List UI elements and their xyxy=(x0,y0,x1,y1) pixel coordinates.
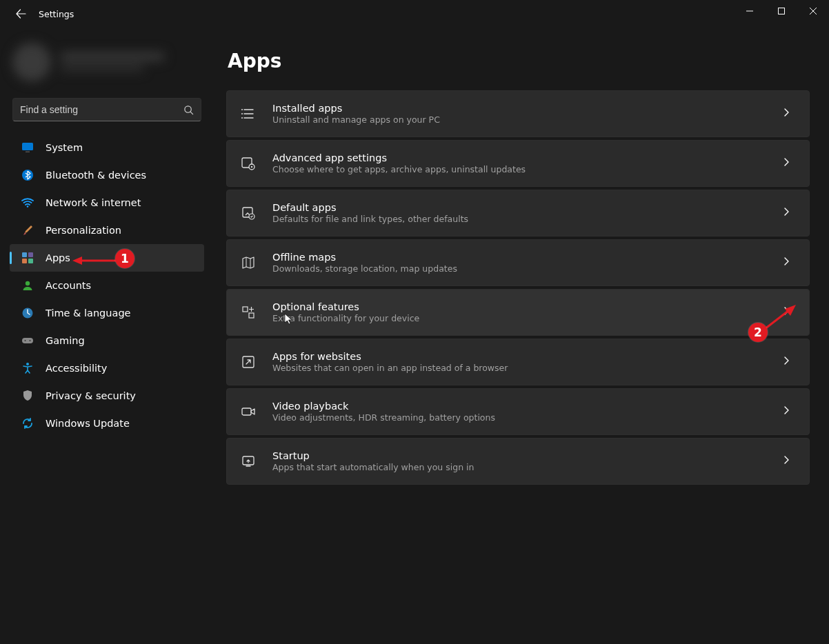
open-external-icon xyxy=(239,353,257,371)
minimize-button[interactable] xyxy=(734,0,766,22)
account-icon xyxy=(21,279,34,292)
svg-rect-7 xyxy=(22,252,27,257)
card-title: Advanced app settings xyxy=(272,152,766,163)
card-title: Installed apps xyxy=(272,103,766,114)
card-title: Startup xyxy=(272,450,766,461)
svg-marker-33 xyxy=(785,305,796,316)
card-offline-maps[interactable]: Offline maps Downloads, storage location… xyxy=(226,239,810,286)
sidebar-item-label: Windows Update xyxy=(46,418,130,429)
sidebar-item-label: Personalization xyxy=(46,225,121,236)
sidebar: System Bluetooth & devices Network & int… xyxy=(0,28,214,644)
card-advanced-app-settings[interactable]: Advanced app settings Choose where to ge… xyxy=(226,140,810,187)
svg-point-17 xyxy=(241,109,243,110)
card-title: Optional features xyxy=(272,301,766,312)
update-icon xyxy=(21,416,34,430)
card-video-playback[interactable]: Video playback Video adjustments, HDR st… xyxy=(226,388,810,435)
svg-line-32 xyxy=(765,310,789,329)
sidebar-item-bluetooth[interactable]: Bluetooth & devices xyxy=(10,161,204,189)
sidebar-item-system[interactable]: System xyxy=(10,134,204,161)
card-startup[interactable]: Startup Apps that start automatically wh… xyxy=(226,438,810,485)
sidebar-item-time[interactable]: Time & language xyxy=(10,299,204,327)
sidebar-item-label: Gaming xyxy=(46,335,85,346)
svg-rect-13 xyxy=(22,338,33,343)
svg-point-16 xyxy=(26,363,29,365)
arrow-left-icon xyxy=(15,8,26,19)
maps-icon xyxy=(239,254,257,272)
svg-rect-2 xyxy=(22,143,33,150)
maximize-button[interactable] xyxy=(766,0,797,22)
monitor-icon xyxy=(21,141,34,154)
svg-point-6 xyxy=(27,205,29,208)
close-icon xyxy=(810,8,817,14)
account-info xyxy=(61,52,201,72)
chevron-right-icon xyxy=(781,356,794,368)
annotation-arrow-1 xyxy=(72,254,121,268)
video-icon xyxy=(239,403,257,421)
card-installed-apps[interactable]: Installed apps Uninstall and manage apps… xyxy=(226,90,810,137)
settings-card-list: Installed apps Uninstall and manage apps… xyxy=(226,90,810,485)
default-apps-icon xyxy=(239,204,257,222)
svg-rect-4 xyxy=(26,152,30,153)
sidebar-item-gaming[interactable]: Gaming xyxy=(10,327,204,354)
window-controls xyxy=(734,0,829,22)
brush-icon xyxy=(21,223,34,237)
sidebar-item-update[interactable]: Windows Update xyxy=(10,410,204,437)
svg-rect-9 xyxy=(22,259,27,263)
chevron-right-icon xyxy=(781,256,794,269)
sidebar-item-label: Accessibility xyxy=(46,363,107,374)
chevron-right-icon xyxy=(781,455,794,467)
sidebar-item-label: Bluetooth & devices xyxy=(46,170,146,181)
nav-list: System Bluetooth & devices Network & int… xyxy=(6,134,208,437)
sidebar-item-accounts[interactable]: Accounts xyxy=(10,272,204,299)
card-desc: Video adjustments, HDR streaming, batter… xyxy=(272,412,766,423)
svg-rect-25 xyxy=(243,307,248,312)
titlebar: Settings xyxy=(0,0,829,28)
page-title: Apps xyxy=(228,50,810,72)
back-button[interactable] xyxy=(12,6,29,22)
card-optional-features[interactable]: Optional features Extra functionality fo… xyxy=(226,289,810,336)
sidebar-item-label: Apps xyxy=(46,252,70,263)
accessibility-icon xyxy=(21,361,34,375)
card-title: Default apps xyxy=(272,202,766,213)
apps-icon xyxy=(21,251,34,265)
card-apps-for-websites[interactable]: Apps for websites Websites that can open… xyxy=(226,339,810,385)
card-title: Video playback xyxy=(272,401,766,412)
sidebar-item-privacy[interactable]: Privacy & security xyxy=(10,382,204,410)
svg-rect-26 xyxy=(249,313,254,318)
startup-icon xyxy=(239,452,257,470)
sidebar-item-label: Privacy & security xyxy=(46,390,136,401)
close-button[interactable] xyxy=(797,0,829,22)
card-desc: Uninstall and manage apps on your PC xyxy=(272,114,766,125)
mouse-cursor-icon xyxy=(284,313,294,325)
wifi-icon xyxy=(21,196,34,210)
annotation-badge-1: 1 xyxy=(115,249,134,268)
card-desc: Downloads, storage location, map updates xyxy=(272,263,766,274)
chevron-right-icon xyxy=(781,108,794,120)
sidebar-item-network[interactable]: Network & internet xyxy=(10,189,204,217)
chevron-right-icon xyxy=(781,157,794,170)
sidebar-item-personalization[interactable]: Personalization xyxy=(10,217,204,244)
card-default-apps[interactable]: Default apps Defaults for file and link … xyxy=(226,190,810,237)
svg-point-19 xyxy=(241,117,243,119)
gaming-icon xyxy=(21,334,34,348)
main-content: Apps Installed apps Uninstall and manage… xyxy=(214,28,829,644)
search-box[interactable] xyxy=(12,98,201,121)
window-title: Settings xyxy=(39,9,74,19)
account-block[interactable] xyxy=(12,37,201,87)
shield-icon xyxy=(21,389,34,403)
card-desc: Extra functionality for your device xyxy=(272,313,766,323)
svg-rect-8 xyxy=(28,252,33,257)
sidebar-item-label: Time & language xyxy=(46,308,131,319)
chevron-right-icon xyxy=(781,405,794,418)
search-input[interactable] xyxy=(20,104,183,115)
minimize-icon xyxy=(746,8,753,14)
svg-point-1 xyxy=(185,105,191,112)
svg-marker-31 xyxy=(72,256,82,265)
list-icon xyxy=(239,105,257,123)
bluetooth-icon xyxy=(21,168,34,182)
svg-rect-10 xyxy=(28,259,33,263)
svg-point-22 xyxy=(251,166,252,168)
sidebar-item-label: System xyxy=(46,142,83,153)
card-desc: Websites that can open in an app instead… xyxy=(272,363,766,373)
sidebar-item-accessibility[interactable]: Accessibility xyxy=(10,354,204,382)
